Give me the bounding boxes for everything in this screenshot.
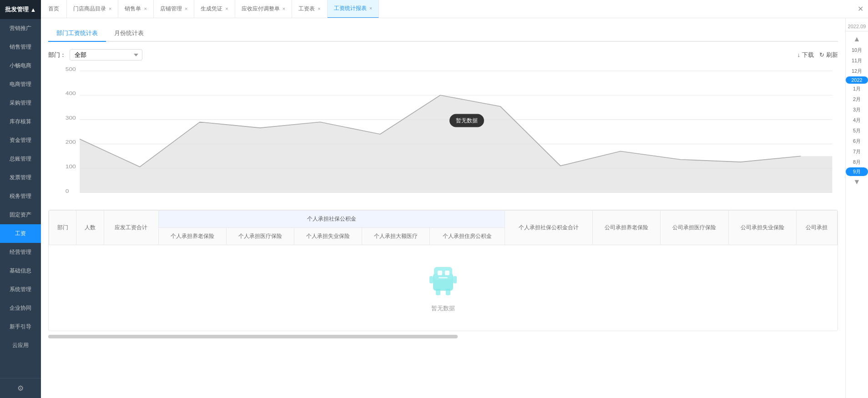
timeline-month-aug[interactable]: 8月 [846,157,868,167]
chart-container: 500 400 300 200 100 0 [48,66,838,202]
svg-rect-15 [438,271,442,275]
table-wrapper: 部门 人数 应发工资合计 个人承担社保公积金 个人承担社保公积金合计 公司承担养… [48,210,838,331]
timeline-month-nov[interactable]: 11月 [846,55,868,66]
scroll-thumb[interactable] [48,335,458,338]
sidebar-item-ledger[interactable]: 总账管理 [0,150,41,168]
content-area: 部门工资统计表 月份统计表 部门： 全部 ↓ 下载 [41,18,868,398]
sidebar-item-assets[interactable]: 固定资产 [0,206,41,224]
timeline-month-apr[interactable]: 4月 [846,115,868,126]
timeline-month-oct[interactable]: 10月 [846,45,868,55]
sub-tab-month-stats[interactable]: 月份统计表 [106,25,152,42]
tab-store-catalog[interactable]: 门店商品目录 × [67,0,118,18]
th-company-more: 公司承担 [796,211,837,245]
sidebar-item-basic-info[interactable]: 基础信息 [0,262,41,280]
tab-close-salary-report[interactable]: × [369,6,372,11]
tab-home[interactable]: 首页 [41,0,67,18]
th-personal-pension: 个人承担养老保险 [158,228,226,245]
sidebar-item-finance[interactable]: 资金管理 [0,131,41,150]
th-company-pension: 公司承担养老保险 [593,211,661,245]
th-personal-medical: 个人承担医疗保险 [226,228,294,245]
timeline-month-feb[interactable]: 2月 [846,94,868,105]
sidebar-item-cloud[interactable]: 云应用 [0,336,41,355]
tab-ar-ap-adjust[interactable]: 应收应付调整单 × [235,0,292,18]
tab-shop-manage[interactable]: 店铺管理 × [154,0,194,18]
tab-payroll[interactable]: 工资表 × [292,0,327,18]
timeline-panel: 2022.09 ▲ 10月 11月 12月 2022 1月 2月 [845,18,868,398]
sidebar-item-tax[interactable]: 税务管理 [0,187,41,206]
sub-tab-dept-stats[interactable]: 部门工资统计表 [48,25,106,42]
timeline-month-dec[interactable]: 12月 [846,66,868,76]
sidebar: 批发管理 ▲ 营销推广 销售管理 小畅电商 电商管理 采购管理 库存核算 资金管… [0,0,41,398]
sidebar-item-sales[interactable]: 销售管理 [0,38,41,56]
tab-close-payroll[interactable]: × [318,6,320,11]
timeline-date-label: 2022.09 [846,22,868,31]
tab-close-all-icon[interactable]: ✕ [858,5,863,13]
tab-close-shop-manage[interactable]: × [185,6,187,11]
sidebar-item-salary[interactable]: 工资 [0,224,41,243]
sidebar-header[interactable]: 批发管理 ▲ [0,0,41,19]
th-personal-major-medical: 个人承担大额医疗 [362,228,430,245]
sidebar-item-purchase[interactable]: 采购管理 [0,94,41,112]
svg-rect-16 [445,271,449,275]
th-dept: 部门 [49,211,76,245]
sub-tabs: 部门工资统计表 月份统计表 [48,25,838,42]
chart-svg: 500 400 300 200 100 0 [48,66,838,202]
toolbar-left: 部门： 全部 [48,49,142,60]
timeline-month-may[interactable]: 5月 [846,126,868,136]
th-personal-unemployment: 个人承担失业保险 [294,228,362,245]
sidebar-item-system[interactable]: 系统管理 [0,280,41,299]
svg-text:400: 400 [66,90,76,96]
sidebar-item-guide[interactable]: 新手引导 [0,317,41,336]
timeline-month-jan[interactable]: 1月 [846,84,868,94]
download-icon: ↓ [797,51,801,58]
svg-rect-18 [429,276,433,283]
svg-text:200: 200 [66,139,76,145]
sidebar-item-invoice[interactable]: 发票管理 [0,168,41,187]
tab-bar-end: ✕ [853,5,868,13]
sidebar-item-marketing[interactable]: 营销推广 [0,19,41,38]
th-count: 人数 [76,211,104,245]
tab-salary-report[interactable]: 工资统计报表 × [328,0,379,18]
settings-icon[interactable]: ⚙ [17,384,24,392]
empty-state: 暂无数据 [49,245,838,331]
sidebar-collapse-icon[interactable]: ▲ [30,6,36,13]
sidebar-item-xiaochang[interactable]: 小畅电商 [0,56,41,75]
toolbar: 部门： 全部 ↓ 下载 ↻ 刷新 [48,49,838,60]
chart-no-data-tooltip: 暂无数据 [449,114,484,127]
th-company-medical: 公司承担医疗保险 [661,211,728,245]
empty-text: 暂无数据 [431,304,455,312]
tab-close-ar-ap-adjust[interactable]: × [283,6,285,11]
tab-close-sales-order[interactable]: × [144,6,146,11]
timeline-month-jul[interactable]: 7月 [846,146,868,157]
svg-text:300: 300 [66,115,76,121]
th-company-unemployment: 公司承担失业保险 [728,211,796,245]
timeline-month-sep[interactable]: 9月 [846,167,868,176]
tab-generate-voucher[interactable]: 生成凭证 × [194,0,235,18]
timeline-year-2022[interactable]: 2022 [846,76,868,84]
svg-rect-17 [439,277,448,278]
sidebar-item-inventory[interactable]: 库存核算 [0,112,41,131]
main-area: 首页 门店商品目录 × 销售单 × 店铺管理 × 生成凭证 × 应收应付调整单 … [41,0,868,398]
refresh-button[interactable]: ↻ 刷新 [819,51,838,59]
th-personal-housing: 个人承担住房公积金 [430,228,505,245]
th-personal-total: 个人承担社保公积金合计 [505,211,593,245]
timeline-up-icon[interactable]: ▲ [853,35,861,43]
tab-bar: 首页 门店商品目录 × 销售单 × 店铺管理 × 生成凭证 × 应收应付调整单 … [41,0,868,18]
tab-close-store-catalog[interactable]: × [109,6,111,11]
dept-select[interactable]: 全部 [70,49,142,60]
svg-rect-21 [446,289,450,295]
timeline-month-jun[interactable]: 6月 [846,136,868,146]
timeline-down-icon[interactable]: ▼ [853,178,861,186]
data-table: 部门 人数 应发工资合计 个人承担社保公积金 个人承担社保公积金合计 公司承担养… [49,210,838,245]
download-button[interactable]: ↓ 下载 [797,51,814,59]
svg-text:100: 100 [66,163,76,170]
tab-sales-order[interactable]: 销售单 × [118,0,153,18]
svg-text:500: 500 [66,66,76,72]
tab-close-generate-voucher[interactable]: × [225,6,228,11]
svg-text:0: 0 [66,188,69,194]
sidebar-item-operations[interactable]: 经营管理 [0,243,41,262]
sidebar-item-collab[interactable]: 企业协同 [0,299,41,317]
timeline-month-mar[interactable]: 3月 [846,105,868,115]
sidebar-item-ecommerce[interactable]: 电商管理 [0,75,41,94]
refresh-icon: ↻ [819,51,824,58]
